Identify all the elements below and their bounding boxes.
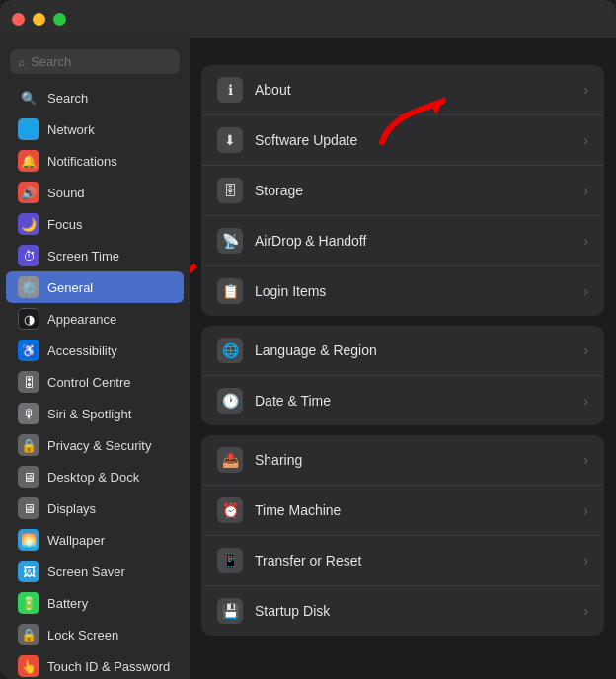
sidebar-label-screentime: Screen Time (47, 249, 119, 264)
row-storage[interactable]: 🗄Storage› (201, 166, 604, 216)
controlcentre-icon: 🎛 (18, 371, 39, 393)
startupdisk-chevron: › (583, 603, 588, 619)
page-title (190, 38, 616, 65)
network-icon: 🌐 (18, 118, 39, 140)
sidebar-item-search[interactable]: 🔍Search (6, 82, 184, 113)
loginitems-chevron: › (583, 283, 588, 299)
about-label: About (255, 82, 572, 98)
main-layout: ⌕ 🔍Search🌐Network🔔Notifications🔊Sound🌙Fo… (0, 38, 616, 679)
sidebar-item-privacy[interactable]: 🔒Privacy & Security (6, 429, 184, 461)
storage-label: Storage (255, 183, 572, 198)
about-icon: ℹ (217, 77, 243, 103)
airdrop-chevron: › (583, 233, 588, 249)
screentime-icon: ⏱ (18, 245, 39, 266)
language-chevron: › (583, 342, 588, 358)
startupdisk-icon: 💾 (217, 598, 243, 624)
sidebar-item-screentime[interactable]: ⏱Screen Time (6, 240, 184, 271)
sidebar-item-screensaver[interactable]: 🖼Screen Saver (6, 556, 184, 587)
siri-icon: 🎙 (18, 403, 39, 424)
airdrop-icon: 📡 (217, 228, 243, 254)
sidebar-item-accessibility[interactable]: ♿Accessibility (6, 335, 184, 366)
sidebar-item-focus[interactable]: 🌙Focus (6, 208, 184, 240)
accessibility-icon: ♿ (18, 340, 39, 361)
sharing-chevron: › (583, 452, 588, 468)
startupdisk-label: Startup Disk (255, 603, 572, 619)
row-about[interactable]: ℹAbout› (201, 65, 604, 115)
minimize-button[interactable] (33, 13, 45, 26)
row-startupdisk[interactable]: 💾Startup Disk› (201, 586, 604, 636)
row-transfer[interactable]: 📱Transfer or Reset› (201, 536, 604, 586)
about-chevron: › (583, 82, 588, 98)
maximize-button[interactable] (53, 13, 66, 26)
sidebar-item-network[interactable]: 🌐Network (6, 113, 184, 145)
close-button[interactable] (12, 13, 25, 26)
sidebar-label-network: Network (47, 122, 95, 137)
notifications-icon: 🔔 (18, 150, 39, 172)
sidebar-label-siri: Siri & Spotlight (47, 407, 131, 421)
lockscreen-icon: 🔒 (18, 624, 39, 645)
sidebar-item-general[interactable]: ⚙️General (6, 271, 184, 303)
displays-icon: 🖥 (18, 497, 39, 519)
sidebar-item-desktop[interactable]: 🖥Desktop & Dock (6, 461, 184, 492)
sidebar-label-general: General (47, 280, 93, 295)
timemachine-icon: ⏰ (217, 497, 243, 523)
language-label: Language & Region (255, 342, 572, 358)
row-airdrop[interactable]: 📡AirDrop & Handoff› (201, 216, 604, 266)
general-icon: ⚙️ (18, 276, 39, 298)
storage-chevron: › (583, 183, 588, 198)
softwareupdate-label: Software Update (255, 132, 572, 148)
sidebar-item-sound[interactable]: 🔊Sound (6, 177, 184, 208)
sidebar-label-wallpaper: Wallpaper (47, 533, 105, 548)
privacy-icon: 🔒 (18, 434, 39, 456)
sidebar-item-wallpaper[interactable]: 🌅Wallpaper (6, 524, 184, 556)
row-loginitems[interactable]: 📋Login Items› (201, 266, 604, 316)
sidebar-label-touchid: Touch ID & Password (47, 659, 170, 674)
sharing-icon: 📤 (217, 447, 243, 473)
row-sharing[interactable]: 📤Sharing› (201, 435, 604, 486)
titlebar (0, 0, 616, 38)
section-section2: 🌐Language & Region›🕐Date & Time› (201, 326, 604, 425)
sidebar-label-privacy: Privacy & Security (47, 438, 151, 453)
appearance-icon: ◑ (18, 308, 39, 330)
sidebar-label-screensaver: Screen Saver (47, 565, 125, 579)
sidebar-label-lockscreen: Lock Screen (47, 628, 118, 642)
sidebar-label-desktop: Desktop & Dock (47, 470, 139, 485)
sidebar-item-siri[interactable]: 🎙Siri & Spotlight (6, 398, 184, 429)
row-softwareupdate[interactable]: ⬇Software Update› (201, 115, 604, 166)
sidebar-item-battery[interactable]: 🔋Battery (6, 587, 184, 619)
search-bar[interactable]: ⌕ (10, 49, 180, 74)
sidebar-item-appearance[interactable]: ◑Appearance (6, 303, 184, 335)
loginitems-icon: 📋 (217, 278, 243, 304)
datetime-icon: 🕐 (217, 388, 243, 414)
sidebar-item-lockscreen[interactable]: 🔒Lock Screen (6, 619, 184, 650)
touchid-icon: 👆 (18, 655, 39, 677)
sidebar-item-controlcentre[interactable]: 🎛Control Centre (6, 366, 184, 398)
sidebar-label-notifications: Notifications (47, 154, 117, 169)
transfer-chevron: › (583, 553, 588, 568)
section-section1: ℹAbout›⬇Software Update›🗄Storage›📡AirDro… (201, 65, 604, 316)
sidebar-item-displays[interactable]: 🖥Displays (6, 492, 184, 524)
content-area: ℹAbout›⬇Software Update›🗄Storage›📡AirDro… (190, 38, 616, 679)
search-input[interactable] (31, 54, 172, 69)
row-datetime[interactable]: 🕐Date & Time› (201, 376, 604, 425)
sidebar-label-battery: Battery (47, 596, 88, 611)
row-language[interactable]: 🌐Language & Region› (201, 326, 604, 376)
focus-icon: 🌙 (18, 213, 39, 235)
storage-icon: 🗄 (217, 178, 243, 203)
screensaver-icon: 🖼 (18, 561, 39, 582)
datetime-label: Date & Time (255, 393, 572, 409)
timemachine-label: Time Machine (255, 502, 572, 518)
sidebar-item-touchid[interactable]: 👆Touch ID & Password (6, 650, 184, 679)
sharing-label: Sharing (255, 452, 572, 468)
softwareupdate-icon: ⬇ (217, 127, 243, 153)
sidebar-item-notifications[interactable]: 🔔Notifications (6, 145, 184, 177)
row-timemachine[interactable]: ⏰Time Machine› (201, 486, 604, 536)
sidebar-label-displays: Displays (47, 501, 96, 516)
airdrop-label: AirDrop & Handoff (255, 233, 572, 249)
sidebar: ⌕ 🔍Search🌐Network🔔Notifications🔊Sound🌙Fo… (0, 38, 190, 679)
softwareupdate-chevron: › (583, 132, 588, 148)
sidebar-label-sound: Sound (47, 186, 85, 200)
search-icon: ⌕ (18, 55, 25, 69)
sidebar-label-appearance: Appearance (47, 312, 116, 327)
sound-icon: 🔊 (18, 182, 39, 203)
